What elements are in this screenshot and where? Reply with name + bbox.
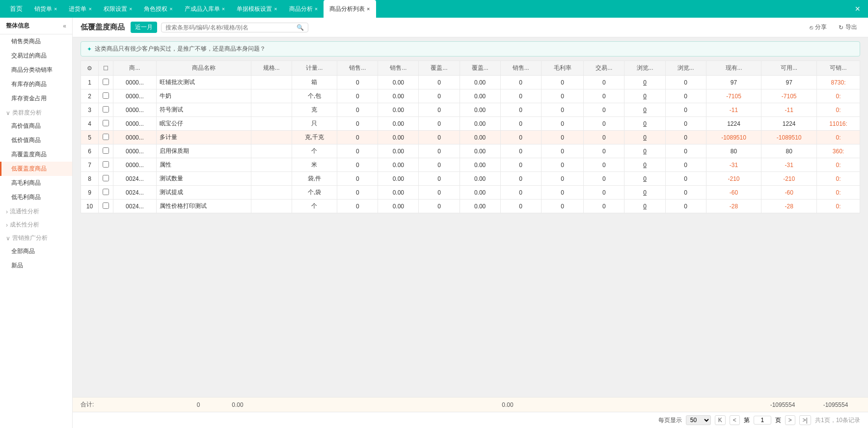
td-stock2: -7105 — [761, 89, 817, 103]
sidebar-item-low-value[interactable]: 低价值商品 — [0, 133, 72, 147]
sidebar-item-stocked-goods[interactable]: 有库存的商品 — [0, 77, 72, 91]
last-page-button[interactable]: >| — [799, 415, 811, 425]
table-row: 8 0024... 测试数量 袋,件 0 0.00 0 0.00 0 0 0 0… — [81, 172, 860, 186]
nav-close-goods-analysis-list[interactable]: × — [367, 6, 370, 12]
nav-close-permission[interactable]: × — [129, 6, 132, 12]
th-stock1: 现有... — [706, 61, 761, 76]
table-container[interactable]: ⚙ ☐ 商... 商品名称 规格... 计量... 销售... 销售... 覆盖… — [73, 60, 868, 397]
nav-close-purchase[interactable]: × — [88, 6, 91, 12]
nav-close-role[interactable]: × — [169, 6, 172, 12]
td-browse1[interactable]: 0 — [624, 144, 665, 158]
content-area: 低覆盖度商品 近一月 🔍 ⎋ 分享 ↻ 导出 ✦ 这类商品只有很少客户购买过，是… — [73, 18, 868, 428]
sidebar-group-coverage[interactable]: ∨ 类群度分析 — [0, 106, 72, 119]
td-browse1[interactable]: 0 — [624, 158, 665, 172]
td-browse1[interactable]: 0 — [624, 200, 665, 213]
sidebar-group-flow[interactable]: › 流通性分析 — [0, 204, 72, 218]
sidebar-item-high-value[interactable]: 高价值商品 — [0, 119, 72, 133]
time-tag-button[interactable]: 近一月 — [131, 22, 157, 33]
td-browse1[interactable]: 0 — [624, 117, 665, 131]
td-browse1[interactable]: 0 — [624, 103, 665, 117]
page-size-select[interactable]: 50 20 100 — [686, 415, 711, 425]
sidebar-item-low-margin[interactable]: 低毛利商品 — [0, 190, 72, 204]
td-code: 0000... — [113, 144, 157, 158]
td-unit: 箱 — [292, 76, 337, 89]
td-cov1: 0 — [419, 144, 460, 158]
nav-home[interactable]: 首页 — [4, 0, 28, 18]
sidebar-item-new-goods[interactable]: 新品 — [0, 258, 72, 273]
td-stock3: 0: — [816, 186, 860, 200]
sidebar-item-sales-goods[interactable]: 销售类商品 — [0, 34, 72, 49]
table-header-row: ⚙ ☐ 商... 商品名称 规格... 计量... 销售... 销售... 覆盖… — [81, 61, 860, 76]
td-margin: 0 — [541, 76, 584, 89]
chevron-right-icon: › — [6, 208, 8, 215]
td-stock1: -11 — [706, 103, 761, 117]
td-check[interactable] — [99, 131, 113, 144]
td-name: 牛奶 — [156, 89, 251, 103]
td-stock1: -31 — [706, 158, 761, 172]
td-check[interactable] — [99, 117, 113, 131]
sidebar-item-category-rate[interactable]: 商品分类动销率 — [0, 63, 72, 77]
td-check[interactable] — [99, 172, 113, 186]
td-stock1: -7105 — [706, 89, 761, 103]
th-settings[interactable]: ⚙ — [81, 61, 99, 76]
nav-product-warehouse[interactable]: 产成品入库单 × — [179, 0, 231, 18]
sidebar-group-marketing[interactable]: ∨ 营销推广分析 — [0, 231, 72, 244]
td-cov2: 0.00 — [460, 158, 500, 172]
td-trade: 0 — [584, 200, 624, 213]
td-check[interactable] — [99, 158, 113, 172]
td-check[interactable] — [99, 200, 113, 213]
sidebar-item-all-goods[interactable]: 全部商品 — [0, 244, 72, 258]
td-sales1: 0 — [337, 172, 378, 186]
td-check[interactable] — [99, 186, 113, 200]
nav-close-sales[interactable]: × — [54, 6, 57, 12]
nav-purchase[interactable]: 进货单 × — [63, 0, 97, 18]
search-box[interactable]: 🔍 — [161, 23, 308, 32]
nav-role[interactable]: 角色授权 × — [138, 0, 178, 18]
nav-goods-analysis-list[interactable]: 商品分析列表 × — [324, 0, 376, 18]
nav-goods-analysis[interactable]: 商品分析 × — [283, 0, 324, 18]
window-close-button[interactable]: × — [851, 4, 864, 14]
td-sales3: 0 — [500, 144, 541, 158]
td-stock2: -28 — [761, 200, 817, 213]
td-browse1[interactable]: 0 — [624, 186, 665, 200]
sidebar-group-growth[interactable]: › 成长性分析 — [0, 218, 72, 231]
td-browse1[interactable]: 0 — [624, 172, 665, 186]
nav-template[interactable]: 单据模板设置 × — [231, 0, 283, 18]
nav-close-goods-analysis[interactable]: × — [315, 6, 318, 12]
nav-close-product-warehouse[interactable]: × — [222, 6, 225, 12]
table-row: 1 0000... 旺辅批次测试 箱 0 0.00 0 0.00 0 0 0 0… — [81, 76, 860, 89]
sidebar-collapse-button[interactable]: « — [63, 23, 66, 29]
nav-close-template[interactable]: × — [274, 6, 277, 12]
prev-page-button[interactable]: < — [730, 415, 740, 425]
td-check[interactable] — [99, 144, 113, 158]
td-sales3: 0 — [500, 158, 541, 172]
td-browse1[interactable]: 0 — [624, 76, 665, 89]
td-browse1[interactable]: 0 — [624, 89, 665, 103]
td-browse1[interactable]: 0 — [624, 131, 665, 144]
share-button[interactable]: ⎋ 分享 — [807, 22, 830, 32]
first-page-button[interactable]: K — [715, 415, 726, 425]
search-icon[interactable]: 🔍 — [297, 24, 304, 31]
data-table: ⚙ ☐ 商... 商品名称 规格... 计量... 销售... 销售... 覆盖… — [81, 60, 860, 213]
nav-permission[interactable]: 权限设置 × — [98, 0, 138, 18]
sidebar-item-stock-capital[interactable]: 库存资金占用 — [0, 91, 72, 106]
search-input[interactable] — [165, 24, 295, 31]
sidebar-item-low-coverage[interactable]: 低覆盖度商品 — [0, 162, 72, 176]
sidebar-item-high-margin[interactable]: 高毛利商品 — [0, 176, 72, 190]
td-margin: 0 — [541, 131, 584, 144]
top-navigation: 首页 销货单 × 进货单 × 权限设置 × 角色授权 × 产成品入库单 × 单据… — [0, 0, 868, 18]
td-check[interactable] — [99, 103, 113, 117]
nav-sales[interactable]: 销货单 × — [28, 0, 63, 18]
td-check[interactable] — [99, 76, 113, 89]
pagination: 每页显示 50 20 100 K < 第 页 > >| 共1页，10条记录 — [73, 412, 868, 428]
td-trade: 0 — [584, 144, 624, 158]
td-check[interactable] — [99, 89, 113, 103]
next-page-button[interactable]: > — [785, 415, 795, 425]
th-checkbox[interactable]: ☐ — [99, 61, 113, 76]
sidebar-item-high-coverage[interactable]: 高覆盖度商品 — [0, 147, 72, 162]
sidebar-item-traded-goods[interactable]: 交易过的商品 — [0, 49, 72, 63]
export-button[interactable]: ↻ 导出 — [836, 22, 860, 32]
td-sales1: 0 — [337, 200, 378, 213]
page-input[interactable] — [754, 416, 771, 425]
td-name: 测试提成 — [156, 186, 251, 200]
